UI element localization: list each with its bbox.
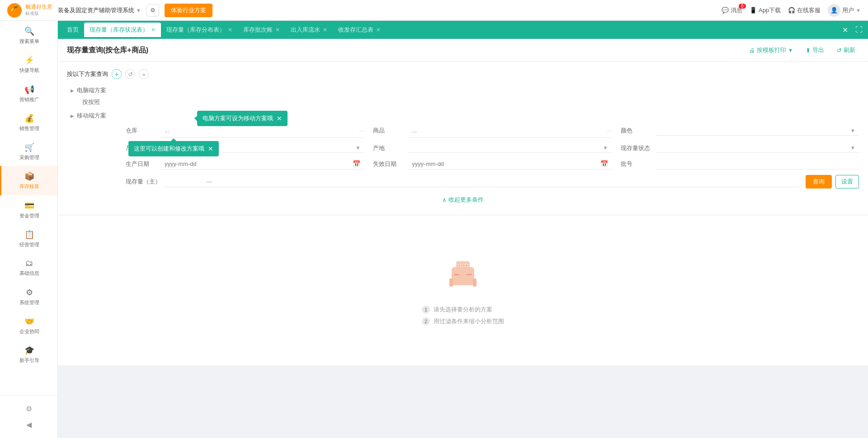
tab-recv-send-close[interactable]: ✕: [376, 27, 381, 33]
query-button[interactable]: 查询: [806, 175, 832, 188]
step-2-num: 2: [422, 317, 430, 325]
sidebar-item-newbie[interactable]: 🎓 新手引导: [0, 340, 57, 369]
filter-row-3: 生产日期 📅 失效日期 📅: [126, 158, 859, 170]
svg-rect-7: [467, 274, 472, 275]
close-all-tabs-btn[interactable]: ✕: [840, 24, 850, 36]
color-select[interactable]: ▼: [656, 126, 859, 136]
tab-bar-actions: ✕ ⛶: [840, 24, 864, 36]
sidebar-collapse[interactable]: ◀: [0, 417, 57, 433]
tab-inventory-batch-label: 库存批次账: [243, 26, 273, 34]
sidebar-item-quick-nav[interactable]: ⚡ 快捷导航: [0, 50, 57, 79]
tab-inventory-batch-close[interactable]: ✕: [275, 27, 280, 33]
sidebar-item-basic-info[interactable]: 🗂 基础信息: [0, 253, 57, 282]
app-download-action[interactable]: 📱 App下载: [750, 6, 781, 14]
print-button[interactable]: 🖨 按模板打印 ▼: [745, 44, 797, 56]
tab-inout-flow-close[interactable]: ✕: [323, 27, 327, 33]
tab-inventory-batch[interactable]: 库存批次账 ✕: [238, 23, 285, 37]
expire-date-input[interactable]: [412, 160, 598, 167]
online-service-action[interactable]: 🎧 在线客服: [788, 6, 821, 14]
gear-button[interactable]: ⚙: [146, 4, 159, 17]
fullscreen-btn[interactable]: ⛶: [854, 24, 864, 36]
app-container: 🍊 畅通好生意 标准版 装备及固定资产辅助管理系统 ▼ ⚙ 体验行业方案 💬 消…: [0, 0, 868, 438]
finance-icon: 💳: [24, 201, 34, 211]
sidebar-item-enterprise[interactable]: 🤝 企业协同: [0, 311, 57, 340]
export-button[interactable]: ⬆ 导出: [802, 44, 828, 56]
empty-state: 1 请先选择要分析的方案 2 用过滤条件来缩小分析范围: [58, 215, 868, 365]
marketing-icon: 📢: [24, 85, 34, 94]
create-tooltip-close[interactable]: ✕: [208, 145, 213, 152]
tab-inventory-status-close[interactable]: ✕: [151, 27, 156, 33]
warehouse-more-icon: ···: [359, 127, 364, 134]
phone-icon: 📱: [750, 7, 757, 14]
notification-action[interactable]: 💬 消息 6: [722, 6, 742, 14]
stock-status-arrow-icon: ▼: [850, 145, 855, 151]
sidebar: 🔍 搜索菜单 ⚡ 快捷导航 📢 营销推广 💰 销售管理 🛒 采购管理: [0, 21, 58, 438]
desktop-scheme-arrow: ▶: [71, 88, 74, 93]
sidebar-item-sales[interactable]: 💰 销售管理: [0, 108, 57, 137]
filter-label: 按以下方案查询: [67, 70, 108, 78]
setting-button[interactable]: 设置: [835, 175, 859, 188]
filter-add-button[interactable]: +: [112, 69, 122, 79]
svg-rect-8: [449, 278, 453, 287]
filter-action-buttons: 查询 设置: [806, 175, 859, 188]
tab-home[interactable]: 首页: [61, 23, 84, 37]
quick-nav-icon: ⚡: [24, 55, 34, 65]
color-filter: 颜色 ▼: [621, 123, 859, 138]
expire-date-calendar-icon[interactable]: 📅: [600, 160, 608, 167]
export-label: 导出: [812, 46, 824, 54]
stock-status-select[interactable]: ▼: [656, 143, 859, 153]
tab-inout-flow[interactable]: 出入库流水 ✕: [285, 23, 333, 37]
origin-select[interactable]: ▼: [408, 143, 611, 153]
color-arrow-icon: ▼: [850, 128, 855, 133]
stock-qty-min-input[interactable]: [168, 178, 204, 185]
batch-label: 批号: [621, 160, 652, 168]
scheme-tooltip-text: 电脑方案可设为移动方案哦: [203, 114, 273, 122]
scheme-按照-item[interactable]: 按按照: [80, 96, 859, 108]
refresh-label: 刷新: [844, 46, 855, 54]
inventory-icon: 📦: [24, 171, 34, 181]
sidebar-settings[interactable]: ⚙: [0, 401, 57, 417]
user-action[interactable]: 👤 用户 ▼: [828, 4, 861, 17]
user-avatar: 👤: [828, 4, 840, 17]
sidebar-item-operations[interactable]: 📋 经营管理: [0, 224, 57, 253]
expire-date-filter: 失效日期 📅: [373, 158, 611, 170]
svg-point-5: [466, 265, 467, 266]
produce-date-input[interactable]: [165, 160, 351, 167]
mobile-scheme-item[interactable]: ▶ 移动端方案: [71, 110, 859, 122]
print-dropdown-icon: ▼: [788, 47, 793, 53]
sidebar-item-system[interactable]: ⚙ 系统管理: [0, 282, 57, 311]
sidebar-item-marketing[interactable]: 📢 营销推广: [0, 79, 57, 108]
produce-date-calendar-icon[interactable]: 📅: [353, 160, 360, 167]
batch-input[interactable]: [656, 159, 859, 170]
finance-label: 资金管理: [19, 212, 39, 219]
filter-refresh-button[interactable]: ↺: [125, 69, 135, 79]
goods-input[interactable]: [408, 125, 606, 136]
tab-inventory-status-label: 现存量（库存状况表）: [90, 26, 148, 34]
sidebar-item-purchase[interactable]: 🛒 采购管理: [0, 137, 57, 166]
tab-inventory-status[interactable]: 现存量（库存状况表） ✕: [84, 23, 161, 37]
purchase-icon: 🛒: [24, 142, 34, 152]
tab-recv-send-summary[interactable]: 收发存汇总表 ✕: [333, 23, 386, 37]
collapse-bar[interactable]: ∧ 收起更多条件: [67, 192, 859, 207]
sales-label: 销售管理: [19, 125, 39, 132]
user-dropdown-icon: ▼: [856, 8, 861, 13]
industry-button[interactable]: 体验行业方案: [165, 4, 212, 17]
sidebar-item-finance[interactable]: 💳 资金管理: [0, 195, 57, 224]
collapse-label: 收起更多条件: [448, 196, 484, 204]
filter-back-button[interactable]: «: [139, 69, 149, 79]
sidebar-item-search[interactable]: 🔍 搜索菜单: [0, 21, 57, 50]
stock-qty-max-input[interactable]: [214, 178, 250, 185]
tab-inventory-dist-close[interactable]: ✕: [228, 27, 232, 33]
desktop-scheme-item[interactable]: ▶ 电脑端方案: [71, 85, 859, 96]
refresh-button[interactable]: ↺ 刷新: [833, 44, 859, 56]
system-select[interactable]: 装备及固定资产辅助管理系统 ▼: [58, 6, 141, 14]
collapse-icon: ◀: [26, 420, 32, 429]
svg-point-4: [459, 265, 460, 266]
tab-inventory-dist[interactable]: 现存量（库存分布表） ✕: [161, 23, 238, 37]
scheme-sub-item: 按按照: [71, 96, 859, 108]
expire-date-field: 📅: [408, 158, 611, 170]
warehouse-input[interactable]: [161, 125, 359, 136]
filter-row-4: 现存量（主） — 查询 设置: [126, 175, 859, 188]
sidebar-item-inventory[interactable]: 📦 库存核算: [0, 166, 57, 195]
scheme-tooltip-close[interactable]: ✕: [277, 115, 282, 122]
